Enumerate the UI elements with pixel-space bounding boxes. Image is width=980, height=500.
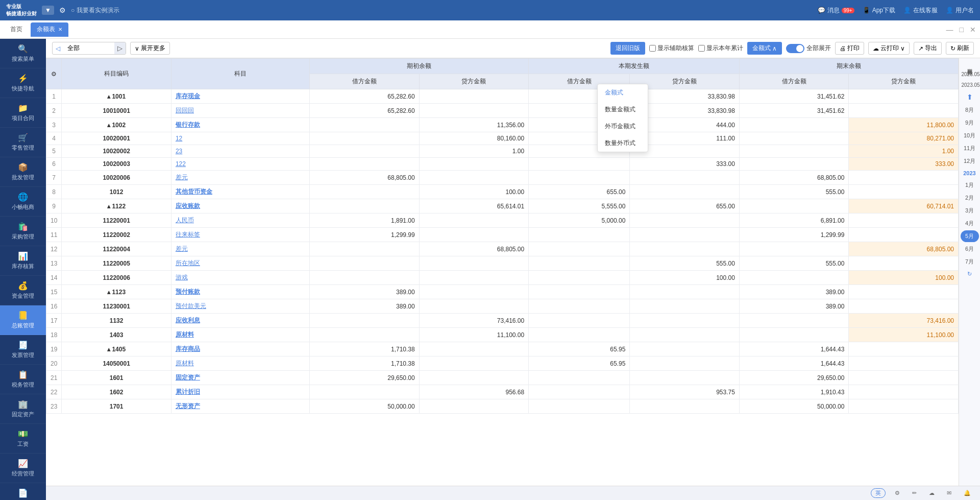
cell-code[interactable]: 1132 [62, 314, 172, 328]
cell-name[interactable]: 原材料 [171, 356, 309, 371]
tab-close-icon[interactable]: ✕ [58, 27, 62, 32]
period-2023-05-second[interactable]: 2023.05 [961, 80, 979, 90]
sidebar-item-project[interactable]: 📁 项目合同 [0, 98, 46, 128]
period-mar[interactable]: 3月 [961, 205, 979, 217]
period-jan[interactable]: 1月 [961, 179, 979, 191]
period-jun[interactable]: 6月 [961, 243, 979, 255]
toggle-track[interactable] [786, 44, 804, 53]
cell-code[interactable]: 1701 [62, 399, 172, 414]
dropdown-item-foreign-amount[interactable]: 外币金额式 [598, 118, 648, 135]
period-scroll-up[interactable]: ⬆ [961, 91, 979, 103]
cell-name[interactable]: 无形资产 [171, 399, 309, 414]
dropdown-item-qty-amount[interactable]: 数量金额式 [598, 101, 648, 118]
status-cloud[interactable]: ☁ [926, 489, 938, 497]
cell-name[interactable]: 游戏 [171, 271, 309, 285]
cell-code[interactable]: 10020001 [62, 132, 172, 145]
cell-name[interactable]: 回回回 [171, 104, 309, 118]
sidebar-item-search[interactable]: 🔍 搜索菜单 [0, 39, 46, 68]
export-btn[interactable]: ↗ 导出 [914, 42, 942, 55]
cell-code[interactable]: 10010001 [62, 104, 172, 118]
sidebar-item-invoice[interactable]: 🧾 发票管理 [0, 335, 46, 365]
cell-code[interactable]: 11220002 [62, 228, 172, 242]
cell-name[interactable]: 应收账款 [171, 199, 309, 213]
company-select[interactable]: ▼ [42, 6, 54, 15]
cell-code[interactable]: 11220004 [62, 242, 172, 256]
cell-name[interactable]: 固定资产 [171, 371, 309, 385]
cell-name[interactable]: 差元 [171, 242, 309, 256]
cell-code[interactable]: ▴ 1122 [62, 199, 172, 213]
cell-code[interactable]: 1403 [62, 328, 172, 342]
app-download-btn[interactable]: 📱 App下载 [863, 6, 895, 15]
message-btn[interactable]: 💬 消息 99+ [818, 6, 854, 15]
cell-code[interactable]: 11220006 [62, 271, 172, 285]
cell-name[interactable]: 往来标签 [171, 228, 309, 242]
period-aug[interactable]: 8月 [961, 104, 979, 116]
table-container[interactable]: ⚙ 科目编码 科目 期初余额 本期发生额 期末余额 借方金额 贷方金额 借方金额… [46, 58, 959, 486]
cell-name[interactable]: 累计折旧 [171, 385, 309, 399]
search-forward-btn[interactable]: ▷ [114, 42, 126, 54]
return-old-btn[interactable]: 退回旧版 [610, 42, 645, 55]
window-minimize[interactable]: — [946, 26, 953, 34]
show-auxiliary-checkbox[interactable] [649, 45, 656, 52]
cell-code[interactable]: 1601 [62, 371, 172, 385]
cell-name[interactable]: 差元 [171, 171, 309, 185]
cell-name[interactable]: 12 [171, 132, 309, 145]
cell-code[interactable]: 1602 [62, 385, 172, 399]
refresh-btn[interactable]: ↻ 刷新 [946, 42, 974, 55]
cell-name[interactable]: 其他货币资金 [171, 185, 309, 199]
dropdown-item-amount[interactable]: 金额式 [598, 84, 648, 101]
cell-name[interactable]: 原材料 [171, 328, 309, 342]
sidebar-item-operations[interactable]: 📈 经营管理 [0, 454, 46, 483]
period-nov[interactable]: 11月 [961, 142, 979, 154]
period-apr[interactable]: 4月 [961, 218, 979, 229]
sidebar-item-reports[interactable]: 📄 小畅报销 [0, 483, 46, 500]
status-lang[interactable]: 英 [871, 488, 886, 498]
online-service-btn[interactable]: 👤 在线客服 [903, 6, 938, 15]
tab-balance[interactable]: 余额表 ✕ [31, 22, 68, 37]
user-avatar[interactable]: 👤 用户名 [946, 6, 974, 15]
search-back-icon[interactable]: ◁ [53, 45, 63, 52]
sidebar-item-quicknav[interactable]: ⚡ 快捷导航 [0, 68, 46, 98]
period-feb[interactable]: 2月 [961, 192, 979, 204]
cell-code[interactable]: 11230001 [62, 299, 172, 314]
period-dec[interactable]: 12月 [961, 155, 979, 167]
cell-name[interactable]: 23 [171, 145, 309, 158]
cell-code[interactable]: 11220005 [62, 256, 172, 271]
cell-name[interactable]: 银行存款 [171, 118, 309, 132]
tab-home[interactable]: 首页 [4, 22, 29, 37]
cell-code[interactable]: ▴ 1001 [62, 89, 172, 104]
period-year-2023[interactable]: 2023 [961, 168, 979, 178]
cell-name[interactable]: 所在地区 [171, 256, 309, 271]
sidebar-item-purchase[interactable]: 🛍️ 采购管理 [0, 217, 46, 246]
th-settings[interactable]: ⚙ [46, 59, 62, 89]
mode-btn[interactable]: 金额式 ∧ [747, 42, 782, 55]
dropdown-item-qty-foreign[interactable]: 数量外币式 [598, 135, 648, 152]
sidebar-item-assets[interactable]: 🏢 固定资产 [0, 394, 46, 424]
expand-more-btn[interactable]: ∨ 展开更多 [130, 42, 170, 55]
sidebar-item-payroll[interactable]: 💵 工资 [0, 424, 46, 454]
cell-code[interactable]: ▴ 1002 [62, 118, 172, 132]
cloud-print-btn[interactable]: ☁ 云打印 ∨ [868, 42, 910, 55]
search-input[interactable] [63, 43, 114, 54]
cell-name[interactable]: 人民币 [171, 213, 309, 228]
sidebar-item-wholesale[interactable]: 📦 批发管理 [0, 157, 46, 187]
status-settings[interactable]: ⚙ [892, 489, 903, 497]
cell-name[interactable]: 库存商品 [171, 342, 309, 356]
period-may[interactable]: 5月 [961, 230, 979, 242]
cell-code[interactable]: 11220001 [62, 213, 172, 228]
cell-code[interactable]: 1012 [62, 185, 172, 199]
status-mail[interactable]: ✉ [944, 489, 954, 497]
window-close[interactable]: ✕ [970, 26, 976, 34]
sidebar-item-accounting[interactable]: 📒 总账管理 [0, 305, 46, 335]
cell-code[interactable]: 14050001 [62, 356, 172, 371]
cell-name[interactable]: 库存现金 [171, 89, 309, 104]
cell-code[interactable]: ▴ 1405 [62, 342, 172, 356]
show-ytd-checkbox[interactable] [698, 45, 705, 52]
cell-code[interactable]: 10020006 [62, 171, 172, 185]
period-oct[interactable]: 10月 [961, 130, 979, 141]
settings-icon[interactable]: ⚙ [59, 6, 66, 14]
period-sep[interactable]: 9月 [961, 117, 979, 129]
status-notification[interactable]: 🔔 [961, 489, 974, 497]
cell-name[interactable]: 应收利息 [171, 314, 309, 328]
window-maximize[interactable]: □ [960, 26, 964, 34]
